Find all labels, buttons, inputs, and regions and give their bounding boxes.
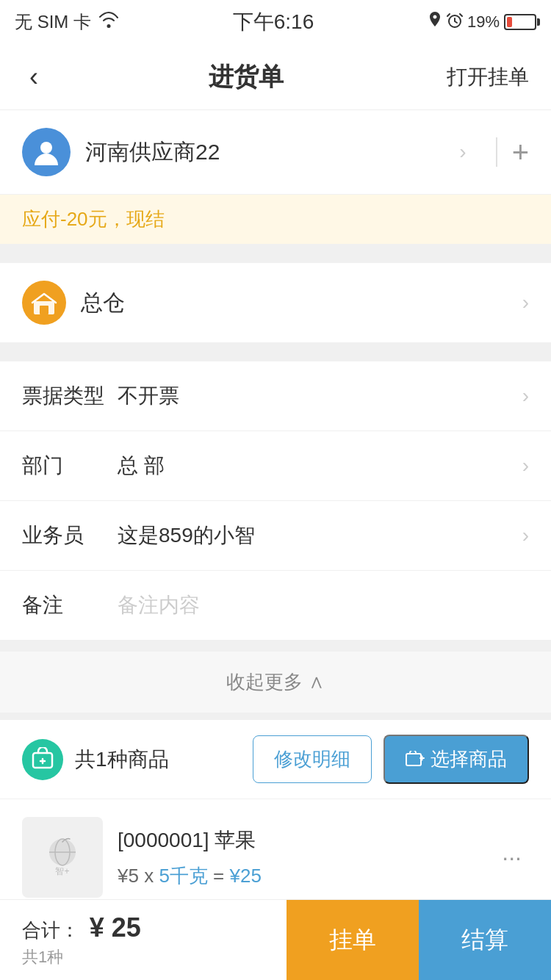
page-title: 进货单 bbox=[209, 60, 284, 94]
salesperson-value: 这是859的小智 bbox=[110, 522, 522, 550]
form-section: 票据类型 不开票 › 部门 总 部 › 业务员 这是859的小智 › 备注 备注… bbox=[0, 361, 551, 640]
location-icon bbox=[428, 12, 442, 32]
warehouse-name: 总仓 bbox=[81, 288, 522, 318]
alarm-icon bbox=[447, 12, 463, 32]
products-section: 共1种商品 修改明细 选择商品 智+ bbox=[0, 720, 551, 915]
status-time: 下午6:16 bbox=[233, 8, 314, 36]
checkout-button[interactable]: 结算 bbox=[419, 900, 551, 981]
total-label: 合计： bbox=[22, 919, 79, 941]
battery-fill bbox=[507, 17, 512, 27]
status-bar: 无 SIM 卡 下午6:16 19% bbox=[0, 0, 551, 44]
spacer-2 bbox=[0, 354, 551, 361]
total-section: 合计： ¥ 25 共1种 bbox=[0, 912, 287, 968]
battery-percent: 19% bbox=[467, 12, 500, 32]
warehouse-icon bbox=[22, 281, 66, 325]
total-amount: ¥ 25 bbox=[90, 912, 141, 943]
battery-icon bbox=[504, 14, 536, 30]
product-price: ¥5 x 5千克 = ¥25 bbox=[118, 863, 494, 889]
department-arrow-icon: › bbox=[522, 454, 529, 478]
status-right: 19% bbox=[428, 12, 536, 32]
hang-button[interactable]: 挂单 bbox=[287, 900, 419, 981]
products-header: 共1种商品 修改明细 选择商品 bbox=[0, 720, 551, 799]
svg-rect-3 bbox=[40, 306, 48, 314]
supplier-arrow-icon: › bbox=[459, 140, 466, 164]
supplier-divider bbox=[496, 137, 497, 167]
product-thumbnail: 智+ bbox=[22, 817, 103, 898]
add-supplier-button[interactable]: + bbox=[512, 136, 529, 169]
remark-input[interactable]: 备注内容 bbox=[110, 591, 529, 619]
edit-detail-button[interactable]: 修改明细 bbox=[253, 735, 372, 783]
warehouse-section[interactable]: 总仓 › bbox=[0, 263, 551, 342]
product-more-button[interactable]: ··· bbox=[494, 837, 529, 879]
product-count-icon bbox=[22, 739, 63, 780]
svg-text:智+: 智+ bbox=[55, 866, 69, 876]
warehouse-arrow-icon: › bbox=[522, 291, 529, 314]
supplier-section: 河南供应商22 › + 应付-20元，现结 bbox=[0, 110, 551, 244]
select-product-button[interactable]: 选择商品 bbox=[383, 735, 529, 784]
bottom-bar: 合计： ¥ 25 共1种 挂单 结算 bbox=[0, 899, 551, 980]
product-equals: = bbox=[213, 865, 229, 887]
product-count-text: 共1种商品 bbox=[75, 746, 253, 774]
spacer-1 bbox=[0, 256, 551, 263]
product-times: x bbox=[144, 865, 159, 887]
product-name: [0000001] 苹果 bbox=[118, 826, 494, 854]
carrier-text: 无 SIM 卡 bbox=[15, 10, 91, 34]
invoice-type-arrow-icon: › bbox=[522, 384, 529, 408]
product-unit-price: ¥5 bbox=[118, 865, 139, 887]
status-left: 无 SIM 卡 bbox=[15, 10, 119, 34]
product-total: ¥25 bbox=[230, 865, 262, 887]
notice-bar: 应付-20元，现结 bbox=[0, 195, 551, 244]
supplier-name: 河南供应商22 bbox=[85, 137, 459, 167]
warehouse-row[interactable]: 总仓 › bbox=[0, 263, 551, 342]
salesperson-row[interactable]: 业务员 这是859的小智 › bbox=[0, 501, 551, 571]
product-item: 智+ [0000001] 苹果 ¥5 x 5千克 = ¥25 ··· bbox=[0, 799, 551, 915]
product-quantity: 5千克 bbox=[159, 865, 207, 887]
department-value: 总 部 bbox=[110, 452, 522, 480]
svg-rect-5 bbox=[406, 754, 421, 765]
nav-bar: ‹ 进货单 打开挂单 bbox=[0, 44, 551, 110]
product-info: [0000001] 苹果 ¥5 x 5千克 = ¥25 bbox=[118, 826, 494, 889]
back-button[interactable]: ‹ bbox=[22, 54, 46, 100]
open-hang-button[interactable]: 打开挂单 bbox=[447, 63, 529, 91]
department-label: 部门 bbox=[22, 452, 110, 480]
total-row: 合计： ¥ 25 bbox=[22, 912, 264, 943]
select-product-label: 选择商品 bbox=[431, 746, 507, 772]
svg-point-1 bbox=[40, 142, 52, 154]
remark-row[interactable]: 备注 备注内容 bbox=[0, 571, 551, 640]
salesperson-label: 业务员 bbox=[22, 522, 110, 550]
spacer-3 bbox=[0, 713, 551, 720]
supplier-row[interactable]: 河南供应商22 › + bbox=[0, 110, 551, 195]
invoice-type-label: 票据类型 bbox=[22, 382, 110, 410]
invoice-type-row[interactable]: 票据类型 不开票 › bbox=[0, 361, 551, 431]
total-sub: 共1种 bbox=[22, 946, 264, 968]
department-row[interactable]: 部门 总 部 › bbox=[0, 431, 551, 501]
wifi-icon bbox=[98, 12, 119, 32]
content: 河南供应商22 › + 应付-20元，现结 总仓 › 票据类型 不开票 bbox=[0, 110, 551, 980]
invoice-type-value: 不开票 bbox=[110, 382, 522, 410]
supplier-avatar bbox=[22, 128, 71, 176]
collapse-button[interactable]: 收起更多 ∧ bbox=[0, 652, 551, 713]
salesperson-arrow-icon: › bbox=[522, 524, 529, 547]
remark-label: 备注 bbox=[22, 591, 110, 619]
